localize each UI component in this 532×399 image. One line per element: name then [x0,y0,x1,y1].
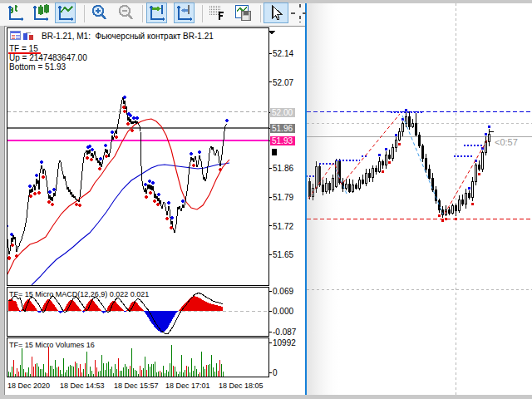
svg-text:52.00: 52.00 [272,108,293,117]
svg-text:TF= 15 Micro Volumes 16: TF= 15 Micro Volumes 16 [9,341,95,349]
svg-text:52.14: 52.14 [273,49,293,58]
svg-text:18 Dec 15:57: 18 Dec 15:57 [114,382,159,390]
svg-text:52.07: 52.07 [273,78,293,87]
svg-text:0.000: 0.000 [273,307,293,316]
svg-text:<0:57: <0:57 [495,137,518,147]
svg-text:0: 0 [273,368,278,377]
svg-text:TF = 15: TF = 15 [9,44,38,53]
svg-text:51.65: 51.65 [273,250,293,259]
svg-text:51.72: 51.72 [273,222,293,231]
svg-text:51.86: 51.86 [273,164,293,173]
svg-text:-0.087: -0.087 [273,328,297,337]
svg-text:Bottom = 51.93: Bottom = 51.93 [9,62,66,71]
svg-text:18 Dec 2020: 18 Dec 2020 [7,382,50,390]
svg-text:Up = 2147483647.00: Up = 2147483647.00 [9,53,87,62]
svg-text:10992: 10992 [273,338,296,347]
svg-text:18 Dec 18:05: 18 Dec 18:05 [219,382,264,390]
svg-text:51.79: 51.79 [273,193,293,202]
svg-text:18 Dec 17:01: 18 Dec 17:01 [165,382,210,390]
svg-text:51.93: 51.93 [272,136,293,145]
svg-text:BR-1.21, M1: Фьючерсный контр: BR-1.21, M1: Фьючерсный контракт BR-1.21 [42,32,214,41]
svg-text:TF= 15 Micro MACD(12,26,9) 0.0: TF= 15 Micro MACD(12,26,9) 0.022 0.021 [9,290,149,298]
svg-text:0.069: 0.069 [273,287,293,296]
svg-text:18 Dec 14:53: 18 Dec 14:53 [60,382,105,390]
svg-text:51.96: 51.96 [272,124,293,133]
